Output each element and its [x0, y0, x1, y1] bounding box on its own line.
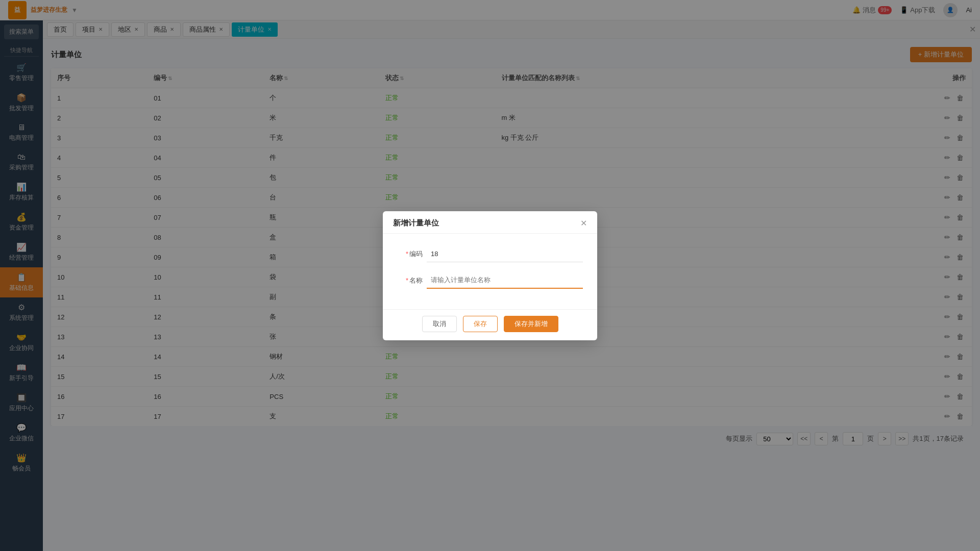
name-label: 名称 — [397, 276, 423, 285]
save-and-new-button[interactable]: 保存并新增 — [504, 316, 558, 332]
name-form-row: 名称 — [397, 272, 583, 289]
modal-title: 新增计量单位 — [393, 218, 439, 228]
code-label: 编码 — [397, 249, 423, 259]
save-button[interactable]: 保存 — [463, 316, 498, 332]
code-form-row: 编码 — [397, 246, 583, 262]
code-input[interactable] — [427, 246, 583, 262]
modal-body: 编码 名称 — [383, 234, 597, 309]
modal-footer: 取消 保存 保存并新增 — [383, 309, 597, 340]
modal-header: 新增计量单位 ✕ — [383, 211, 597, 234]
add-unit-modal: 新增计量单位 ✕ 编码 名称 取消 保存 保存并新增 — [383, 211, 597, 340]
cancel-button[interactable]: 取消 — [422, 316, 457, 332]
modal-overlay: 新增计量单位 ✕ 编码 名称 取消 保存 保存并新增 — [0, 0, 980, 551]
modal-close-button[interactable]: ✕ — [580, 218, 587, 228]
name-input[interactable] — [427, 272, 583, 289]
